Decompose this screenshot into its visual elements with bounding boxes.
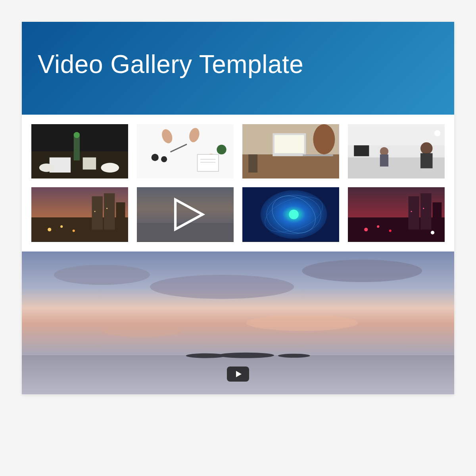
svg-rect-23 <box>303 154 333 156</box>
svg-point-73 <box>218 352 274 358</box>
svg-point-63 <box>423 208 424 209</box>
svg-rect-27 <box>348 124 445 145</box>
svg-point-60 <box>377 225 379 228</box>
svg-point-18 <box>217 145 226 154</box>
svg-rect-33 <box>354 145 369 156</box>
svg-point-7 <box>39 163 54 172</box>
svg-point-61 <box>389 230 392 232</box>
thumbnail-abstract-swirl[interactable] <box>242 187 339 242</box>
gallery-template-card: Video Gallery Template <box>22 22 454 394</box>
thumbnail-conference-room[interactable] <box>31 124 128 178</box>
svg-rect-22 <box>274 135 304 153</box>
svg-rect-32 <box>380 154 388 167</box>
header-banner: Video Gallery Template <box>22 22 454 115</box>
svg-point-40 <box>48 228 51 231</box>
svg-point-24 <box>313 124 335 154</box>
svg-rect-57 <box>420 194 431 230</box>
video-play-button[interactable] <box>227 367 249 382</box>
thumbnail-city-red-night[interactable] <box>348 187 445 242</box>
svg-rect-39 <box>116 202 125 230</box>
svg-point-67 <box>54 265 150 284</box>
svg-point-41 <box>60 225 63 228</box>
svg-point-15 <box>152 154 159 161</box>
svg-rect-30 <box>420 153 433 168</box>
play-icon <box>236 371 242 377</box>
svg-point-64 <box>431 231 434 234</box>
svg-point-42 <box>73 230 75 232</box>
page-title: Video Gallery Template <box>38 50 438 79</box>
svg-point-59 <box>364 228 368 231</box>
thumbnail-office-workers[interactable] <box>348 124 445 178</box>
svg-rect-5 <box>83 157 96 170</box>
svg-rect-56 <box>409 196 419 230</box>
svg-rect-37 <box>92 196 103 230</box>
svg-point-68 <box>150 274 294 299</box>
svg-point-4 <box>74 132 80 138</box>
svg-point-70 <box>246 315 358 330</box>
svg-rect-25 <box>248 154 257 173</box>
svg-point-44 <box>106 208 107 209</box>
thumbnail-hands-drawing[interactable] <box>137 124 234 178</box>
svg-marker-47 <box>175 200 203 229</box>
svg-rect-38 <box>104 194 115 230</box>
svg-point-62 <box>411 211 412 212</box>
svg-rect-58 <box>433 202 442 230</box>
svg-point-29 <box>420 142 433 155</box>
svg-point-34 <box>434 130 440 136</box>
play-icon <box>137 187 234 242</box>
svg-point-31 <box>380 147 388 155</box>
svg-point-16 <box>161 156 167 162</box>
thumbnail-laptop-cafe[interactable] <box>242 124 339 178</box>
svg-rect-2 <box>50 157 71 173</box>
svg-point-43 <box>94 211 96 212</box>
thumbnail-city-sunset[interactable] <box>31 187 128 242</box>
thumbnail-ocean-sunset[interactable] <box>137 187 234 242</box>
svg-point-74 <box>278 353 310 357</box>
svg-point-53 <box>289 210 298 219</box>
svg-point-69 <box>302 259 422 282</box>
hero-video[interactable] <box>22 251 454 394</box>
thumbnail-grid <box>22 115 454 251</box>
svg-point-6 <box>101 163 119 173</box>
play-overlay[interactable] <box>137 187 234 242</box>
svg-rect-12 <box>198 154 219 171</box>
svg-point-71 <box>102 325 182 337</box>
